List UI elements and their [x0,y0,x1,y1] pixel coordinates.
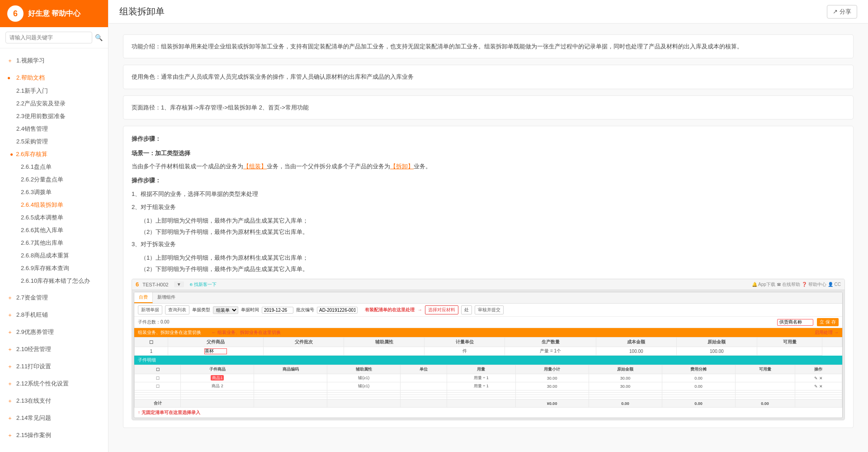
sidebar-item-purchase[interactable]: 2.5采购管理 [0,135,108,148]
th-select: ☐ [135,338,168,347]
nav-section-operation: ＋ 2.10经营管理 [0,341,108,358]
sidebar-item-sales[interactable]: 2.4销售管理 [0,123,108,135]
sidebar-item-finance[interactable]: ＋ 2.7资金管理 [0,291,108,305]
nav-section-video: ＋ 1.视频学习 [0,52,108,69]
sidebar-item-operation[interactable]: ＋ 2.10经营管理 [0,343,108,356]
annotation-switch: ← 组装业务、拆卸业务在这里切换 [212,330,281,335]
step2-2: （2）下部明细为子件明细，最终作为原材料生成某其它出库单。 [141,227,845,237]
step3-list: （1）上部明细为父件明细，最终作为原材料生成某其它出库单； （2）下部明细为子件… [132,252,845,275]
mock-btn-select-material[interactable]: 选择对应材料 [425,305,458,314]
sidebar: 6 好生意 帮助中心 🔍 ＋ 1.视频学习 ● 2.帮助文档 2.1新手入门 2… [0,0,108,452]
mock-app-window: 自费 新增组件 新增单据 查询列表 单据类型 组装单 拆卸单 [134,292,843,418]
mock-select-type[interactable]: 组装单 拆卸单 [213,306,238,314]
path-box: 页面路径：1、库存核算->库存管理->组装拆卸单 2、首页->常用功能 [123,95,854,119]
step3-2: （2）下部明细为子件明细，最终作为产成品生成某其它入库单。 [141,264,845,274]
mock-tab-zifei[interactable]: 自费 [134,292,153,303]
sidebar-item-ledger-fix[interactable]: 2.6.10库存账本错了怎么办 [0,275,108,287]
nav-section-coupon: ＋ 2.9优惠券管理 [0,324,108,341]
mock-tab-bar: 自费 新增组件 [134,292,842,304]
search-input[interactable] [5,32,92,43]
minus-icon: ● [7,75,14,81]
sidebar-item-print[interactable]: ＋ 2.11打印设置 [0,360,108,373]
ltd-goods1: 商品1 [181,374,254,382]
input-goods[interactable] [204,348,227,354]
sidebar-item-assembly[interactable]: 2.6.4组装拆卸单 [0,199,108,211]
share-icon: ↗ [833,8,838,15]
sidebar-item-print-label: 2.11打印设置 [16,362,51,371]
sidebar-item-inventory-ledger[interactable]: 2.6.9库存账本查询 [0,262,108,275]
step2-1: （1）上部明细为父件明细，最终作为产成品生成某其它入库单； [141,215,845,226]
sidebar-item-portion-stocktake[interactable]: 2.6.2分量盘点单 [0,173,108,186]
screenshot-container: 6 TEST-H002 ▼ ⊕ 找新客一下 🔔 App下载 ☎ 在线帮助 ❓ 帮… [132,279,845,420]
plus-icon-finance: ＋ [7,294,14,302]
mock-input-supplier[interactable] [777,319,813,326]
step3: 3、对于拆装业务 [132,239,845,249]
logo-icon: 6 [7,5,24,22]
lth-usage: 用量 [447,365,515,374]
sidebar-item-finance-label: 2.7资金管理 [16,294,48,302]
browser-new-btn: ⊕ 找新客一下 [189,281,217,288]
sidebar-item-cost-adjust[interactable]: 2.6.5成本调整单 [0,211,108,224]
mock-btn-create[interactable]: 新增单据 [138,305,162,314]
sidebar-item-coupon-label: 2.9优惠券管理 [16,328,54,336]
mock-field-date-label: 单据时间 [241,307,259,313]
plus-icon-print: ＋ [7,363,14,371]
search-icon[interactable]: 🔍 [95,34,103,41]
sidebar-header: 6 好生意 帮助中心 [0,0,108,27]
sidebar-item-cost-recalc[interactable]: 2.6.8商品成本重算 [0,249,108,262]
mock-btn-extra[interactable]: 处 [461,305,472,314]
sidebar-item-stocktake[interactable]: 2.6.1盘点单 [0,161,108,173]
th-orig-amt: 原始金额 [676,338,757,347]
sidebar-item-payment-label: 2.13在线支付 [16,397,51,405]
nav-section-finance: ＋ 2.7资金管理 [0,289,108,306]
sidebar-item-other-in[interactable]: 2.6.6其他入库单 [0,224,108,237]
sidebar-item-mobile[interactable]: ＋ 2.8手机旺铺 [0,308,108,322]
mock-tab-new[interactable]: 新增组件 [153,292,180,303]
sidebar-item-cases[interactable]: ＋ 2.15操作案例 [0,428,108,442]
arrow-right: → [418,307,422,312]
lth-select: ☐ [135,365,181,374]
app-title: 好生意 帮助中心 [28,9,80,19]
plus-icon-cases: ＋ [7,432,14,439]
lth-child-goods: 子件商品 [181,365,254,374]
mock-section-header: 组装业务、拆卸业务在这里切换 ← 组装业务、拆卸业务在这里切换 启用处理 → [134,328,842,337]
link-assembly[interactable]: 【组装】 [243,163,267,170]
mock-input-batch[interactable] [317,307,358,314]
intro-box: 功能介绍：组装拆卸单用来处理企业组装或拆卸等加工业务，支持有固定装配清单的产品加… [123,34,854,58]
nav-section-mobile: ＋ 2.8手机旺铺 [0,306,108,324]
mock-upper-table: ☐ 父件商品 父件批次 辅助属性 计量单位 生产数量 成本金额 原始金额 可用量 [134,337,842,356]
mock-input-date[interactable] [262,307,293,314]
sidebar-item-video[interactable]: ＋ 1.视频学习 [0,54,108,67]
sidebar-item-data-prep[interactable]: 2.3使用前数据准备 [0,110,108,123]
sidebar-item-faq[interactable]: ＋ 2.14常见问题 [0,411,108,425]
page-title: 组装拆卸单 [119,5,165,18]
sidebar-item-docs[interactable]: ● 2.帮助文档 [0,71,108,85]
inventory-sub-items: 2.6.1盘点单 2.6.2分量盘点单 2.6.3调拨单 2.6.4组装拆卸单 … [0,161,108,287]
ltd-goods2: 商品 2 [181,382,254,390]
sidebar-item-transfer[interactable]: 2.6.3调拨单 [0,186,108,199]
sidebar-item-newbie[interactable]: 2.1新手入门 [0,85,108,97]
nav-section-faq: ＋ 2.14常见问题 [0,409,108,427]
path-text: 页面路径：1、库存核算->库存管理->组装拆卸单 2、首页->常用功能 [132,104,309,111]
td-batch [264,347,344,356]
annotation-enable: 启用处理 → [815,329,839,336]
operation-title: 操作步骤： [132,133,845,144]
link-disassembly[interactable]: 【拆卸】 [390,163,414,170]
plus-icon-faq: ＋ [7,414,14,422]
sidebar-item-system[interactable]: ＋ 2.12系统个性化设置 [0,377,108,390]
td-uom: 件 [425,347,505,356]
lth-goods-code: 商品编码 [254,365,327,374]
role-text: 使用角色：通常由生产人员或库管人员完成拆装业务的操作，库管人员确认原材料的出库和… [132,73,414,80]
sidebar-item-install[interactable]: 2.2产品安装及登录 [0,97,108,110]
sidebar-item-coupon[interactable]: ＋ 2.9优惠券管理 [0,325,108,339]
sidebar-item-other-out[interactable]: 2.6.7其他出库单 [0,237,108,249]
mock-btn-approve[interactable]: 审核并提交 [475,305,504,314]
search-box: 🔍 [0,27,108,48]
sidebar-item-inventory[interactable]: ● 2.6库存核算 [0,148,108,161]
sidebar-item-payment[interactable]: ＋ 2.13在线支付 [0,394,108,408]
share-button[interactable]: ↗ 分享 [827,5,857,19]
browser-dropdown: ▼ [174,281,184,287]
screenshot-inner: 6 TEST-H002 ▼ ⊕ 找新客一下 🔔 App下载 ☎ 在线帮助 ❓ 帮… [132,279,844,420]
mock-btn-save[interactable]: 立 保 存 [817,318,839,326]
mock-btn-list[interactable]: 查询列表 [165,305,189,314]
